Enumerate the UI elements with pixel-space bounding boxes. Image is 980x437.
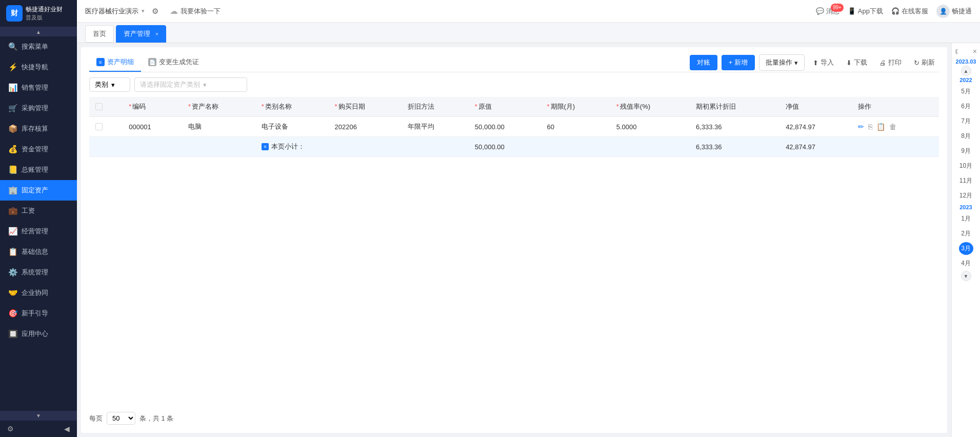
download-icon: 📱 [848, 7, 856, 15]
print-btn[interactable]: 🖨 打印 [875, 55, 906, 70]
subtotal-empty-4 [541, 137, 610, 157]
row-code: 000001 [123, 117, 182, 137]
sidebar-item-label: 搜索菜单 [22, 42, 48, 51]
copy-icon[interactable]: ⎘ [868, 123, 872, 131]
subtotal-label: ≡ 本页小计： [262, 142, 463, 151]
panel-month-aug-2022[interactable]: 8月 [952, 129, 980, 144]
year-2023-label: 2023 [959, 203, 972, 211]
panel-month-nov-2022[interactable]: 11月 [952, 173, 980, 188]
action-icons: ✏ ⎘ 📋 🗑 [858, 123, 933, 131]
logo-text: 畅捷通好业财 普及版 [26, 5, 63, 22]
select-all-checkbox[interactable] [95, 103, 103, 110]
sidebar-item-coop[interactable]: 🤝 企业协同 [0, 283, 77, 303]
panel-month-sep-2022[interactable]: 9月 [952, 144, 980, 158]
subtabs: ≡ 资产明细 📄 变更生成凭证 对账 + 新增 批量操作 ▾ ⬆ [89, 53, 939, 72]
subtab-voucher[interactable]: 📄 变更生成凭证 [141, 53, 206, 72]
sidebar-item-system[interactable]: ⚙️ 系统管理 [0, 262, 77, 283]
sidebar-item-ops[interactable]: 📈 经营管理 [0, 221, 77, 242]
panel-month-dec-2022[interactable]: 12月 [952, 188, 980, 203]
sidebar-item-search[interactable]: 🔍 搜索菜单 [0, 36, 77, 57]
sidebar-item-payroll[interactable]: 💼 工资 [0, 201, 77, 221]
row-period: 60 [541, 117, 610, 137]
tab-home[interactable]: 首页 [85, 25, 114, 43]
tab-close-icon[interactable]: × [155, 31, 158, 37]
delete-icon[interactable]: 🗑 [889, 123, 896, 131]
category-value-filter[interactable]: 请选择固定资产类别 ▾ [134, 77, 247, 92]
sidebar-item-ledger[interactable]: 📒 总账管理 [0, 160, 77, 180]
sidebar-item-quicknav[interactable]: ⚡ 快捷导航 [0, 57, 77, 77]
panel-month-mar-2023[interactable]: 3月 [959, 242, 973, 255]
panel-scroll-up-btn[interactable]: ▲ [961, 66, 971, 76]
apps-icon: 🔲 [8, 329, 17, 339]
sidebar-item-inventory[interactable]: 📦 库存核算 [0, 118, 77, 139]
sidebar-item-apps[interactable]: 🔲 应用中心 [0, 324, 77, 344]
per-page-select[interactable]: 50 100 200 [107, 412, 135, 425]
service-btn[interactable]: 🎧 在线客服 [891, 7, 928, 16]
panel-expand-icon[interactable]: ⟪ [955, 48, 958, 55]
sidebar-logo: 财 畅捷通好业财 普及版 [0, 0, 77, 27]
filter-arrow-icon: ▾ [203, 81, 207, 89]
add-btn[interactable]: + 新增 [722, 55, 755, 70]
panel-month-feb-2023[interactable]: 2月 [952, 226, 980, 241]
panel-current-period: 2023.03 [956, 57, 976, 66]
row-action: ✏ ⎘ 📋 🗑 [852, 117, 939, 137]
panel-scroll-down-btn[interactable]: ▼ [961, 271, 971, 281]
import-icon: ⬆ [813, 59, 818, 67]
sidebar-item-sales[interactable]: 📊 销售管理 [0, 77, 77, 98]
row-select-checkbox[interactable] [95, 123, 103, 130]
row-checkbox [89, 117, 123, 137]
sidebar-item-label: 总账管理 [22, 165, 48, 174]
panel-month-may-2022[interactable]: 5月 [952, 84, 980, 99]
import-btn[interactable]: ⬆ 导入 [809, 55, 838, 70]
th-category: *类别名称 [255, 97, 329, 117]
settings-gear-icon[interactable]: ⚙ [150, 5, 161, 18]
category-filter[interactable]: 类别 ▾ [89, 77, 130, 92]
experience-btn[interactable]: ☁ 我要体验一下 [170, 6, 221, 16]
panel-month-oct-2022[interactable]: 10月 [952, 158, 980, 173]
subtotal-icon: ≡ [262, 143, 269, 150]
reconcile-btn[interactable]: 对账 [690, 55, 717, 70]
subtab-list[interactable]: ≡ 资产明细 [89, 53, 141, 72]
th-accum-depre: 期初累计折旧 [690, 97, 779, 117]
refresh-btn[interactable]: ↻ 刷新 [910, 55, 939, 70]
search-icon: 🔍 [8, 42, 17, 51]
sidebar-item-purchase[interactable]: 🛒 采购管理 [0, 98, 77, 118]
batch-btn[interactable]: 批量操作 ▾ [759, 54, 805, 71]
list-icon: ≡ [96, 58, 105, 66]
experience-label: 我要体验一下 [181, 7, 221, 16]
settings-icon[interactable]: ⚙ [7, 425, 14, 433]
tab-asset[interactable]: 资产管理 × [116, 25, 166, 43]
panel-month-jun-2022[interactable]: 6月 [952, 99, 980, 114]
sidebar-scroll-down[interactable]: ▼ [0, 411, 77, 420]
payroll-icon: 💼 [8, 206, 17, 215]
panel-month-apr-2023[interactable]: 4月 [952, 256, 980, 271]
company-selector[interactable]: 医疗器械行业演示 ▾ [85, 7, 145, 16]
year-2022-label: 2022 [959, 76, 972, 84]
collapse-icon[interactable]: ◀ [64, 425, 70, 433]
filter-bar: 类别 ▾ 请选择固定资产类别 ▾ [89, 77, 939, 92]
download-btn[interactable]: 📱 App下载 [848, 7, 883, 16]
sidebar-item-base[interactable]: 📋 基础信息 [0, 242, 77, 262]
coop-icon: 🤝 [8, 288, 17, 297]
panel-month-jan-2023[interactable]: 1月 [952, 211, 980, 226]
content-main: ≡ 资产明细 📄 变更生成凭证 对账 + 新增 批量操作 ▾ ⬆ [81, 47, 947, 433]
print-label: 打印 [888, 58, 902, 67]
panel-close-icon[interactable]: × [973, 47, 977, 55]
th-period: *期限(月) [541, 97, 610, 117]
sidebar-item-fund[interactable]: 💰 资金管理 [0, 139, 77, 160]
sidebar-item-fixedasset[interactable]: 🏢 固定资产 [0, 180, 77, 201]
panel-month-jul-2022[interactable]: 7月 [952, 114, 980, 129]
category-placeholder: 请选择固定资产类别 [140, 80, 200, 89]
sidebar-scroll-up[interactable]: ▲ [0, 27, 77, 36]
download-file-btn[interactable]: ⬇ 下载 [842, 55, 871, 70]
messages-btn[interactable]: 💬 消息 99+ [816, 7, 839, 16]
row-accum-depre: 6,333.36 [690, 117, 779, 137]
tab-asset-label: 资产管理 [124, 30, 150, 37]
main-area: 医疗器械行业演示 ▾ ⚙ ☁ 我要体验一下 💬 消息 99+ 📱 App下载 🎧… [77, 0, 980, 437]
edit-icon[interactable]: ✏ [858, 123, 864, 131]
user-btn[interactable]: 👤 畅捷通 [936, 5, 972, 18]
topbar-right: 💬 消息 99+ 📱 App下载 🎧 在线客服 👤 畅捷通 [816, 5, 972, 18]
duplicate-icon[interactable]: 📋 [876, 123, 885, 131]
sidebar-item-guide[interactable]: 🎯 新手引导 [0, 303, 77, 324]
quicknav-icon: ⚡ [8, 63, 17, 72]
